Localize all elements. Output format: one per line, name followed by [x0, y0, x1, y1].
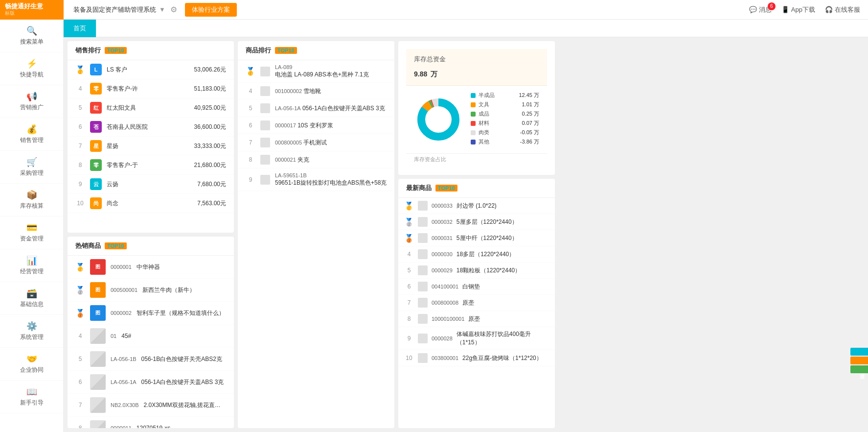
new-product-row-2: 🥈 0000032 5厘多层（1220*2440） [398, 214, 555, 230]
float-btn-live[interactable]: 直播 [850, 365, 868, 373]
sidebar-item-collab[interactable]: 🤝 企业协同 [0, 348, 63, 381]
new-prod-img-7 [418, 298, 428, 308]
app-download-button[interactable]: 📱 App下载 [781, 5, 815, 14]
customer-name-8: 尚念 [107, 199, 192, 208]
sidebar-item-quick-nav[interactable]: ⚡ 快捷导航 [0, 52, 63, 85]
inventory-amount: 9.88 [414, 70, 427, 78]
prod-img-3 [260, 103, 270, 113]
product-ranking-badge: TOP10 [275, 47, 297, 54]
online-service-button[interactable]: 🎧 在线客服 [825, 5, 860, 14]
sidebar-item-sales[interactable]: 💰 销售管理 [0, 118, 63, 151]
product-rank-row-3: 5 LA-056-1A 056-1A白色按键开关盖ABS 3克 [238, 100, 394, 117]
hot-rank-4: 4 [75, 333, 85, 339]
mid-column: 商品排行 TOP10 🥇 LA-089 电池盖 LA-089 ABS本色+黑种 … [238, 41, 394, 428]
hot-products-panel: 热销商品 TOP10 🥇 图 0000001 中华神器 🥈 [68, 237, 234, 428]
customer-row-2: 4 零 零售客户-许 51,183.00元 [68, 79, 234, 98]
sidebar-item-basics[interactable]: 🗃️ 基础信息 [0, 282, 63, 315]
legend-item-6: 其他 -3.86 万 [471, 138, 539, 145]
donut-svg [414, 95, 463, 144]
sidebar-item-system[interactable]: ⚙️ 系统管理 [0, 315, 63, 348]
legend-item-1: 半成品 12.45 万 [471, 92, 539, 99]
right-column: 库存总资金 9.88 万 [398, 41, 555, 428]
prod-name-2: 雪地靴 [303, 88, 321, 95]
new-prod-img-3 [418, 233, 428, 243]
sidebar-item-marketing[interactable]: 📢 营销推广 [0, 85, 63, 118]
prod-img-7 [260, 175, 270, 185]
sales-ranking-title: 销售排行 [75, 46, 101, 55]
hot-product-name-8: 12070519-xs [137, 425, 226, 428]
new-prod-code-1: 0000033 [432, 203, 453, 209]
sidebar-label-finance: 资金管理 [20, 235, 44, 243]
sidebar-item-operations[interactable]: 📊 经营管理 [0, 249, 63, 282]
legend-dot-4 [471, 121, 476, 126]
sidebar-label-search: 搜索菜单 [20, 38, 44, 46]
cart-icon: 🛒 [26, 157, 37, 168]
hot-product-name-4: 45# [121, 333, 226, 339]
hot-products-header: 热销商品 TOP10 [68, 237, 234, 256]
legend-dot-5 [471, 130, 476, 135]
prod-name-7: 59651-1B旋转投影灯电池盒ABS黑色+58克 [275, 179, 387, 186]
system-selector[interactable]: 装备及固定资产辅助管理系统 ▼ [73, 5, 165, 14]
customer-row-7: 9 云 云扬 7,680.00元 [68, 175, 234, 194]
system-name: 装备及固定资产辅助管理系统 [73, 5, 156, 14]
hot-product-row-5: 5 LA-056-1B 056-1B白色按键开关壳ABS2克 [68, 348, 234, 371]
trial-button[interactable]: 体验行业方案 [185, 3, 237, 17]
new-product-row-3: 🥉 0000031 5厘中纤（1220*2440） [398, 230, 555, 246]
inventory-title: 库存总资金 [414, 55, 539, 64]
sidebar-item-inventory[interactable]: 📦 库存核算 [0, 184, 63, 216]
sidebar: 🔍 搜索菜单 ⚡ 快捷导航 📢 营销推广 💰 销售管理 🛒 采购管理 📦 库存核… [0, 20, 64, 432]
message-button[interactable]: 💬 消息 6 [749, 5, 772, 14]
sidebar-label-guide: 新手引导 [20, 399, 44, 407]
sidebar-item-guide[interactable]: 📖 新手引导 [0, 381, 63, 413]
gear-icon[interactable]: ⚙ [170, 5, 177, 14]
customer-amount-8: 7,563.00元 [197, 199, 226, 208]
inventory-chart-area: 半成品 12.45 万 文具 1.01 万 成品 0.25 万 [406, 92, 547, 153]
legend-value-4: 0.07 万 [522, 120, 539, 127]
legend-dot-3 [471, 112, 476, 117]
customer-amount-1: 53,006.26元 [194, 66, 226, 74]
hot-products-title: 热销商品 [75, 241, 101, 250]
new-product-row-5: 5 0000029 18颗粒板（1220*2440） [398, 263, 555, 279]
prod-code-7: LA-59651-1B [275, 172, 307, 178]
legend-item-5: 肉类 -0.05 万 [471, 129, 539, 136]
legend-dot-1 [471, 93, 476, 98]
customer-name-4: 苍南县人民医院 [107, 123, 189, 131]
prod-info-2: 001000002 雪地靴 [275, 87, 387, 96]
sidebar-item-purchase[interactable]: 🛒 采购管理 [0, 151, 63, 184]
prod-rank-3: 5 [246, 105, 255, 112]
customer-row-1: 🥇 L LS 客户 53,006.26元 [68, 60, 234, 79]
new-products-badge: TOP10 [435, 185, 457, 192]
new-prod-code-8: 10000100001 [432, 316, 464, 322]
hot-product-img-1: 图 [90, 259, 106, 275]
tab-home[interactable]: 首页 [64, 20, 96, 37]
sidebar-item-finance[interactable]: 💳 资金管理 [0, 216, 63, 249]
sidebar-item-search[interactable]: 🔍 搜索菜单 [0, 20, 63, 52]
hot-medal-3: 🥉 [75, 309, 85, 318]
customer-avatar-6: 零 [90, 159, 102, 171]
hot-product-img-2: 图 [90, 282, 106, 298]
new-prod-img-6 [418, 282, 428, 291]
new-medal-1: 🥇 [404, 201, 414, 211]
product-rank-row-7: 9 LA-59651-1B 59651-1B旋转投影灯电池盒ABS黑色+58克 [238, 168, 394, 191]
new-product-row-8: 8 10000100001 原垄 [398, 311, 555, 327]
hot-product-row-8: 8 0000011 12070519-xs [68, 417, 234, 428]
sidebar-label-quicknav: 快捷导航 [20, 71, 44, 79]
sales-ranking-list: 🥇 L LS 客户 53,006.26元 4 零 零售客户-许 51,183.0… [68, 60, 234, 233]
hot-product-code-4: 01 [111, 333, 116, 339]
customer-avatar-4: 苍 [90, 121, 102, 133]
hot-products-badge: TOP10 [105, 242, 127, 249]
customer-row-3: 5 红 红太阳文具 40,925.00元 [68, 98, 234, 118]
customer-amount-4: 36,600.00元 [194, 123, 226, 131]
float-btn-service[interactable]: 客服热线 [850, 348, 868, 356]
card-icon: 💳 [26, 222, 37, 233]
inventory-unit: 万 [431, 70, 437, 78]
message-badge: 6 [768, 2, 776, 10]
float-btn-community[interactable]: 服务社区 [850, 357, 868, 364]
hot-product-img-8 [90, 420, 106, 428]
main-content: 首页 销售排行 TOP10 🥇 L LS 客户 53,006.26元 [64, 20, 868, 432]
prod-code-1: LA-089 [275, 64, 292, 70]
prod-code-3: LA-056-1A [275, 105, 301, 111]
message-icon: 💬 [749, 6, 757, 13]
new-products-panel: 最新商品 TOP10 🥇 0000033 封边带 (1.0*22) 🥈 0000… [398, 179, 555, 428]
hot-product-img-3: 图 [90, 305, 106, 321]
